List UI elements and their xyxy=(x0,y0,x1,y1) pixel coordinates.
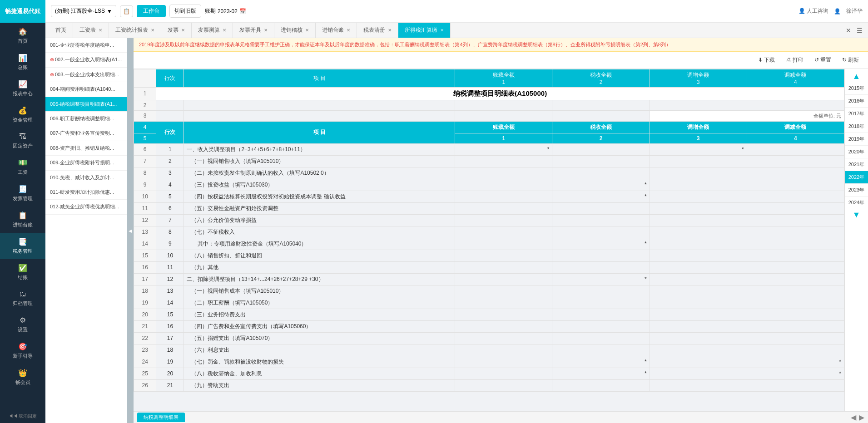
c3-cell[interactable] xyxy=(650,261,747,273)
c1-cell[interactable] xyxy=(455,320,552,332)
year-2017[interactable]: 2017年 xyxy=(845,108,868,120)
c4-cell[interactable] xyxy=(747,261,844,273)
sheet-main[interactable]: 行次 项 目 账载全额1 税收全额2 调增全额3 调减全额4 1 纳税调整项目明… xyxy=(134,69,844,412)
copy-btn[interactable]: 📋 xyxy=(120,5,133,17)
c3-cell[interactable] xyxy=(650,214,747,226)
c3-cell[interactable] xyxy=(650,226,747,238)
left-panel-item-002[interactable]: ⊗002-一般企业收入明细表(A1... xyxy=(45,53,127,67)
item-cell[interactable]: 其中：专项用途财政性资金（填写A105040） xyxy=(184,238,455,250)
item-cell[interactable]: （八）销售折扣、折让和退回 xyxy=(184,250,455,261)
c4-cell[interactable]: * xyxy=(747,356,844,368)
year-scroll-down[interactable]: ▼ xyxy=(852,209,862,221)
c1-cell[interactable] xyxy=(455,261,552,273)
c3-cell[interactable] xyxy=(650,238,747,250)
sidebar-item-settings[interactable]: ⚙ 设置 xyxy=(0,311,45,338)
item-cell[interactable]: （二）未按权责发生制原则确认的收入（填写A10502 0） xyxy=(184,167,455,179)
c1-cell[interactable]: * xyxy=(455,143,552,155)
sidebar-item-tax[interactable]: 📑 税务管理 xyxy=(0,233,45,259)
left-panel-item-008[interactable]: 008-资产折旧、摊销及纳税... xyxy=(45,141,127,156)
c3-cell[interactable] xyxy=(650,344,747,356)
c4-cell[interactable] xyxy=(747,238,844,250)
c1-cell[interactable] xyxy=(455,214,552,226)
c2-cell[interactable] xyxy=(552,379,650,391)
c3-cell[interactable] xyxy=(650,167,747,179)
c2-cell[interactable] xyxy=(552,309,650,320)
tab-close[interactable]: ✕ xyxy=(388,28,392,33)
reset-btn[interactable]: ↺ 重置 xyxy=(811,54,835,66)
sidebar-item-guide[interactable]: 🎯 新手引导 xyxy=(0,338,45,364)
c4-cell[interactable] xyxy=(747,155,844,167)
tab-prev-btn[interactable]: ✕ xyxy=(844,25,853,36)
c3-cell[interactable] xyxy=(650,356,747,368)
c4-cell[interactable] xyxy=(747,332,844,344)
sidebar-unpin[interactable]: ◀◀ 取消固定 xyxy=(0,409,45,423)
c4-cell[interactable] xyxy=(747,344,844,356)
sidebar-item-sales[interactable]: 📋 进销台账 xyxy=(0,207,45,233)
c1-cell[interactable] xyxy=(455,179,552,191)
c4-cell[interactable] xyxy=(747,179,844,191)
scroll-right-btn[interactable]: ▶ xyxy=(859,413,864,422)
tab-close[interactable]: ✕ xyxy=(440,28,444,33)
c2-cell[interactable] xyxy=(552,344,650,356)
c2-cell[interactable] xyxy=(552,214,650,226)
c2-cell[interactable]: * xyxy=(552,179,650,191)
item-cell[interactable]: 一、收入类调整项目（2+3+4+5+6+7+8+10+11） xyxy=(184,143,455,155)
c2-cell[interactable]: * xyxy=(552,273,650,285)
left-panel-item-004[interactable]: 004-期间费用明细表(A1040... xyxy=(45,82,127,97)
c1-cell[interactable] xyxy=(455,297,552,309)
item-cell[interactable]: （六）利息支出 xyxy=(184,344,455,356)
year-scroll-up[interactable]: ▲ xyxy=(852,71,862,82)
left-panel-item-006[interactable]: 006-职工薪酬纳税调整明细... xyxy=(45,112,127,126)
sidebar-item-archive[interactable]: 🗂 归档管理 xyxy=(0,285,45,311)
left-panel-item-009[interactable]: 009-企业所得税附补亏损明... xyxy=(45,156,127,170)
tab-check[interactable]: 进销稽核 ✕ xyxy=(274,23,316,38)
item-cell[interactable]: （二）职工薪酬（填写A105050） xyxy=(184,297,455,309)
c2-cell[interactable] xyxy=(552,297,650,309)
c3-cell[interactable] xyxy=(650,191,747,202)
c4-cell[interactable] xyxy=(747,250,844,261)
tab-salary[interactable]: 工资表 ✕ xyxy=(73,23,109,38)
scroll-left-btn[interactable]: ◀ xyxy=(851,413,856,422)
item-cell[interactable]: （四）广告费和业务宣传费支出（填写A105060） xyxy=(184,320,455,332)
left-panel-item-005[interactable]: 005-纳税调整项目明细表(A1... xyxy=(45,97,127,112)
year-2018[interactable]: 2018年 xyxy=(845,120,868,133)
left-panel-item-012[interactable]: 012-减免企业所得税优惠明细... xyxy=(45,200,127,214)
c4-cell[interactable] xyxy=(747,202,844,214)
calendar-icon[interactable]: 📅 xyxy=(239,8,246,15)
sidebar-item-invoice[interactable]: 🧾 发票管理 xyxy=(0,180,45,207)
c4-cell[interactable] xyxy=(747,226,844,238)
c4-cell[interactable] xyxy=(747,191,844,202)
c1-cell[interactable] xyxy=(455,356,552,368)
c3-cell[interactable]: * xyxy=(650,143,747,155)
item-cell[interactable]: （一）视同销售收入（填写A105010） xyxy=(184,155,455,167)
left-panel-item-011[interactable]: 011-研发费用加计扣除优惠... xyxy=(45,185,127,200)
left-panel-item-003[interactable]: ⊗003-一般企业成本支出明细... xyxy=(45,68,127,82)
workspace-btn[interactable]: 工作台 xyxy=(137,5,166,17)
c4-cell[interactable] xyxy=(747,143,844,155)
tab-invoice[interactable]: 发票 ✕ xyxy=(161,23,192,38)
tab-close[interactable]: ✕ xyxy=(223,28,226,33)
sidebar-item-close[interactable]: ✅ 结账 xyxy=(0,259,45,285)
sidebar-item-ledger[interactable]: 📊 总账 xyxy=(0,49,45,75)
c3-cell[interactable] xyxy=(650,179,747,191)
switch-btn[interactable]: 切到旧版 xyxy=(169,5,201,18)
tab-invoice-open[interactable]: 发票开具 ✕ xyxy=(233,23,274,38)
c1-cell[interactable] xyxy=(455,167,552,179)
item-cell[interactable]: （四）按权益法核算长期股权投资对初始投资成本调整 确认收益 xyxy=(184,191,455,202)
c4-cell[interactable] xyxy=(747,273,844,285)
year-2015[interactable]: 2015年 xyxy=(845,82,868,95)
c1-cell[interactable] xyxy=(455,238,552,250)
item-cell[interactable]: （七）罚金、罚款和被没收财物的损失 xyxy=(184,356,455,368)
tab-close[interactable]: ✕ xyxy=(264,28,268,33)
c1-cell[interactable] xyxy=(455,155,552,167)
c3-cell[interactable] xyxy=(650,309,747,320)
tab-close[interactable]: ✕ xyxy=(151,28,154,33)
left-panel-item-010[interactable]: 010-免税、减计收入及加计... xyxy=(45,171,127,185)
c2-cell[interactable] xyxy=(552,250,650,261)
c2-cell[interactable] xyxy=(552,332,650,344)
company-select[interactable]: (勿删) 江西股全-LSS ▼ xyxy=(51,5,116,17)
c2-cell[interactable] xyxy=(552,155,650,167)
download-btn[interactable]: ⬇ 下载 xyxy=(754,54,779,66)
item-cell[interactable]: （六）公允价值变动净损益 xyxy=(184,214,455,226)
item-cell[interactable]: （七）不征税收入 xyxy=(184,226,455,238)
